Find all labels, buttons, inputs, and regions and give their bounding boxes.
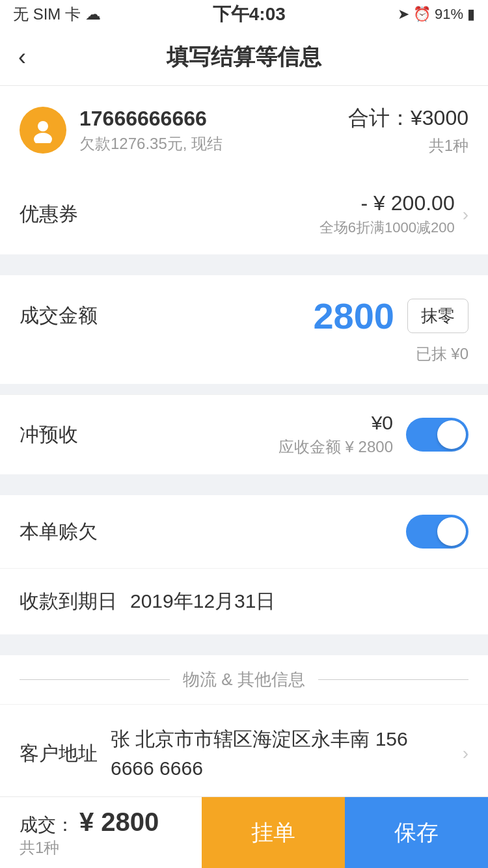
section-divider-3 (0, 645, 488, 655)
customer-row: 17666666666 欠款1276.35元, 现结 合计：¥3000 共1种 (0, 86, 488, 174)
content-area: 17666666666 欠款1276.35元, 现结 合计：¥3000 共1种 … (0, 86, 488, 868)
section-divider-1 (0, 265, 488, 275)
precollect-row: 冲预收 ¥0 应收金额 ¥ 2800 (0, 394, 488, 474)
coupon-right: - ¥ 200.00 全场6折满1000减200 (319, 191, 455, 237)
bottom-deal-label: 成交： (20, 813, 74, 837)
debt-toggle-thumb (437, 517, 466, 546)
precollect-toggle[interactable] (406, 418, 468, 452)
deal-amount-row: 成交金额 2800 抹零 (20, 295, 468, 337)
bottom-deal-amount: ¥ 2800 (79, 807, 159, 837)
status-bar-right: ➤ ⏰ 91% ▮ (398, 6, 475, 23)
svg-point-1 (34, 133, 52, 143)
round-zero-button[interactable]: 抹零 (407, 299, 468, 333)
section-divider-2 (0, 485, 488, 495)
due-date-label: 收款到期日 (20, 588, 117, 615)
precollect-right: ¥0 应收金额 ¥ 2800 (278, 412, 468, 457)
precollect-label: 冲预收 (20, 422, 78, 448)
status-bar-left: 无 SIM 卡 ☁ (13, 4, 101, 25)
logistics-header: 物流 & 其他信息 (0, 655, 488, 704)
bottom-summary: 成交： ¥ 2800 共1种 (0, 807, 202, 858)
customer-phone: 17666666666 (79, 107, 348, 131)
customer-info: 17666666666 欠款1276.35元, 现结 (79, 107, 348, 154)
total-count: 共1种 (348, 135, 468, 156)
customer-section: 17666666666 欠款1276.35元, 现结 合计：¥3000 共1种 … (0, 86, 488, 254)
status-bar-time: 下午4:03 (213, 2, 286, 27)
coupon-desc: 全场6折满1000减200 (319, 218, 455, 237)
location-icon: ➤ (398, 6, 409, 23)
toggle-thumb (437, 420, 466, 449)
due-date-value: 2019年12月31日 (130, 588, 275, 615)
deal-amount-container: 2800 抹零 (313, 295, 468, 337)
alarm-icon: ⏰ (413, 6, 431, 23)
debt-row: 本单赊欠 (0, 495, 488, 568)
bottom-deal-count: 共1种 (20, 837, 182, 858)
precollect-amount: ¥0 (278, 412, 393, 434)
deal-amount-sub: 已抹 ¥0 (20, 344, 468, 364)
battery-icon: ▮ (467, 6, 475, 23)
coupon-chevron-icon: › (463, 204, 468, 225)
logistics-line-left (20, 679, 170, 680)
coupon-amount: - ¥ 200.00 (319, 191, 455, 215)
coupon-label: 优惠券 (20, 201, 78, 228)
deal-amount-label: 成交金额 (20, 303, 98, 329)
logistics-title: 物流 & 其他信息 (183, 668, 305, 691)
deal-amount-value: 2800 (313, 295, 394, 337)
logistics-section: 物流 & 其他信息 客户地址 张 北京市市辖区海淀区永丰南 156 6666 6… (0, 655, 488, 802)
debt-section: 本单赊欠 收款到期日 2019年12月31日 (0, 495, 488, 634)
customer-total: 合计：¥3000 共1种 (348, 104, 468, 156)
debt-label: 本单赊欠 (20, 519, 406, 545)
address-row[interactable]: 客户地址 张 北京市市辖区海淀区永丰南 156 6666 6666 › (0, 704, 488, 802)
back-button[interactable]: ‹ (18, 44, 26, 71)
precollect-sub: 应收金额 ¥ 2800 (278, 437, 393, 457)
bottom-bar: 成交： ¥ 2800 共1种 挂单 保存 (0, 796, 488, 868)
due-date-row: 收款到期日 2019年12月31日 (0, 568, 488, 634)
page-title: 填写结算等信息 (167, 42, 321, 72)
status-bar: 无 SIM 卡 ☁ 下午4:03 ➤ ⏰ 91% ▮ (0, 0, 488, 29)
sim-label: 无 SIM 卡 ☁ (13, 4, 101, 25)
address-label: 客户地址 (20, 740, 98, 767)
coupon-row[interactable]: 优惠券 - ¥ 200.00 全场6折满1000减200 › (0, 174, 488, 254)
nav-bar: ‹ 填写结算等信息 (0, 29, 488, 86)
svg-point-0 (38, 121, 48, 131)
avatar (20, 107, 66, 154)
precollect-amount-group: ¥0 应收金额 ¥ 2800 (278, 412, 393, 457)
amount-section: 成交金额 2800 抹零 已抹 ¥0 (0, 275, 488, 384)
address-chevron-icon: › (463, 743, 468, 764)
battery-label: 91% (435, 6, 463, 23)
hang-order-button[interactable]: 挂单 (202, 797, 345, 869)
logistics-line-right (318, 679, 468, 680)
address-value: 张 北京市市辖区海淀区永丰南 156 6666 6666 (111, 724, 455, 783)
total-amount: 合计：¥3000 (348, 104, 468, 133)
bottom-deal-row: 成交： ¥ 2800 (20, 807, 182, 837)
save-button[interactable]: 保存 (345, 797, 488, 869)
debt-toggle[interactable] (406, 515, 468, 549)
customer-sub: 欠款1276.35元, 现结 (79, 133, 348, 154)
